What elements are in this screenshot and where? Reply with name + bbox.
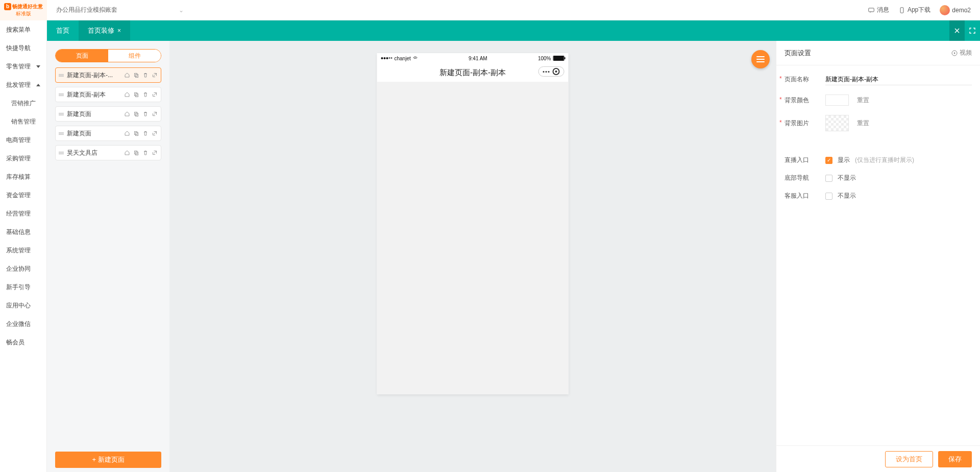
nav-item-label: 系统管理 <box>6 246 31 255</box>
preview-canvas: chanjet 9:41 AM 100% 新建页面-副本-副本 <box>169 41 776 472</box>
page-name-input[interactable] <box>825 74 972 85</box>
drag-handle-icon[interactable] <box>59 152 64 154</box>
close-tab-button[interactable] <box>949 20 965 41</box>
live-entry-checkbox[interactable] <box>825 157 832 164</box>
home-icon[interactable] <box>124 130 130 136</box>
label-bottom-nav: 底部导航 <box>785 174 820 182</box>
nav-item-搜索菜单[interactable]: 搜索菜单 <box>0 20 46 39</box>
tab-decorate-label: 首页装修 <box>88 26 114 35</box>
copy-icon[interactable] <box>133 150 139 156</box>
page-card-name: 新建页面-副本 <box>67 90 121 99</box>
carrier-label: chanjet <box>395 56 411 61</box>
drag-handle-icon[interactable] <box>59 113 64 115</box>
service-entry-text: 不显示 <box>838 192 856 200</box>
page-card[interactable]: 新建页面 <box>55 106 161 122</box>
home-icon[interactable] <box>124 111 130 117</box>
app-download-link[interactable]: App下载 <box>898 6 930 14</box>
left-nav: 搜索菜单快捷导航零售管理批发管理营销推广销售管理电商管理采购管理库存核算资金管理… <box>0 20 47 472</box>
delete-icon[interactable] <box>142 130 149 136</box>
external-link-icon[interactable] <box>152 111 158 117</box>
copy-icon[interactable] <box>133 91 139 98</box>
page-card[interactable]: 新建页面-副本 <box>55 87 161 102</box>
nav-item-企业协同[interactable]: 企业协同 <box>0 259 46 278</box>
service-entry-checkbox[interactable] <box>825 193 832 200</box>
nav-item-经营管理[interactable]: 经营管理 <box>0 204 46 223</box>
battery-pct: 100% <box>538 56 551 61</box>
new-page-button[interactable]: + 新建页面 <box>55 452 161 468</box>
delete-icon[interactable] <box>142 150 149 156</box>
chevron-down-icon <box>36 65 40 68</box>
tab-bar: 首页 首页装修 × <box>47 20 980 41</box>
nav-item-批发管理[interactable]: 批发管理 <box>0 76 46 94</box>
chat-icon <box>868 7 875 14</box>
label-page-name: 页面名称 <box>785 75 820 84</box>
bg-image-swatch[interactable] <box>825 115 849 131</box>
drag-handle-icon[interactable] <box>59 93 64 96</box>
copy-icon[interactable] <box>133 130 139 136</box>
tab-decorate[interactable]: 首页装修 × <box>79 20 130 41</box>
home-icon[interactable] <box>124 91 130 98</box>
nav-item-企业微信[interactable]: 企业微信 <box>0 315 46 333</box>
chevron-down-icon: ⌄ <box>179 7 184 14</box>
home-icon[interactable] <box>124 150 130 156</box>
close-icon[interactable]: × <box>117 27 121 34</box>
reset-bg-color[interactable]: 重置 <box>857 96 869 105</box>
brand-logo[interactable]: b 畅捷通好生意 标准版 <box>0 0 47 20</box>
nav-item-零售管理[interactable]: 零售管理 <box>0 57 46 76</box>
nav-item-畅会员[interactable]: 畅会员 <box>0 333 46 351</box>
page-card[interactable]: 新建页面 <box>55 126 161 141</box>
page-component-toggle: 页面 组件 <box>55 49 161 62</box>
bg-color-swatch[interactable] <box>825 95 849 106</box>
nav-item-新手引导[interactable]: 新手引导 <box>0 278 46 296</box>
delete-icon[interactable] <box>142 111 149 117</box>
page-card[interactable]: 昊天文具店 <box>55 145 161 160</box>
save-button[interactable]: 保存 <box>938 451 972 467</box>
messages-link[interactable]: 消息 <box>868 6 889 14</box>
brand-edition: 标准版 <box>16 10 31 17</box>
signal-icon <box>381 57 393 59</box>
svg-rect-1 <box>900 7 903 13</box>
delete-icon[interactable] <box>142 72 149 78</box>
bottom-nav-text: 不显示 <box>838 174 856 182</box>
nav-item-快捷导航[interactable]: 快捷导航 <box>0 39 46 57</box>
segment-component[interactable]: 组件 <box>108 50 161 62</box>
nav-item-电商管理[interactable]: 电商管理 <box>0 131 46 149</box>
miniapp-capsule[interactable] <box>538 66 565 77</box>
bottom-nav-checkbox[interactable] <box>825 175 832 182</box>
tab-home[interactable]: 首页 <box>47 20 79 41</box>
x-icon <box>954 28 960 34</box>
nav-item-销售管理[interactable]: 销售管理 <box>0 112 46 131</box>
phone-icon <box>898 7 905 14</box>
home-icon[interactable] <box>124 72 130 78</box>
page-card-name: 新建页面-副本-... <box>67 71 121 80</box>
user-menu[interactable]: demo2 <box>940 5 971 15</box>
copy-icon[interactable] <box>133 72 139 78</box>
nav-item-库存核算[interactable]: 库存核算 <box>0 168 46 186</box>
external-link-icon[interactable] <box>152 130 158 136</box>
fullscreen-button[interactable] <box>965 20 980 41</box>
nav-item-采购管理[interactable]: 采购管理 <box>0 149 46 168</box>
reset-bg-image[interactable]: 重置 <box>857 119 869 128</box>
drag-handle-icon[interactable] <box>59 74 64 77</box>
toggle-panel-button[interactable] <box>751 50 770 68</box>
nav-item-应用中心[interactable]: 应用中心 <box>0 296 46 315</box>
expand-icon <box>969 28 975 34</box>
external-link-icon[interactable] <box>152 91 158 98</box>
video-help-link[interactable]: 视频 <box>951 49 972 57</box>
nav-item-资金管理[interactable]: 资金管理 <box>0 186 46 204</box>
nav-item-营销推广[interactable]: 营销推广 <box>0 94 46 112</box>
delete-icon[interactable] <box>142 91 149 98</box>
external-link-icon[interactable] <box>152 72 158 78</box>
page-card[interactable]: 新建页面-副本-... <box>55 67 161 83</box>
account-name: 办公用品行业模拟账套 <box>56 6 117 14</box>
nav-item-label: 快捷导航 <box>6 44 31 53</box>
copy-icon[interactable] <box>133 111 139 117</box>
set-home-button[interactable]: 设为首页 <box>885 451 933 467</box>
account-dropdown[interactable]: 办公用品行业模拟账套 ⌄ <box>56 6 184 14</box>
drag-handle-icon[interactable] <box>59 132 64 135</box>
segment-page[interactable]: 页面 <box>56 50 108 62</box>
external-link-icon[interactable] <box>152 150 158 156</box>
new-page-label: + 新建页面 <box>92 455 124 464</box>
nav-item-基础信息[interactable]: 基础信息 <box>0 223 46 241</box>
nav-item-系统管理[interactable]: 系统管理 <box>0 241 46 259</box>
